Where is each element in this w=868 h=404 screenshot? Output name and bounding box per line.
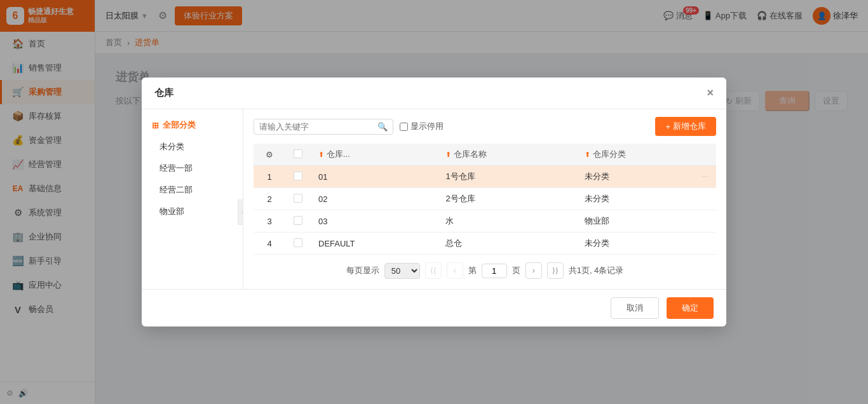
per-page-select[interactable]: 50 10 20 100 xyxy=(384,263,420,279)
first-page-btn[interactable]: ⟨⟨ xyxy=(425,262,442,279)
row-name: 1号仓库 xyxy=(438,166,577,188)
sort-icon-name: ⬆ xyxy=(445,151,451,159)
table-body: 1 01 1号仓库 未分类 ··· 2 02 2号仓库 xyxy=(254,166,716,255)
modal-overlay: 仓库 × ⊞ 全部分类 未分类 经营一部 经营二部 物业部 « xyxy=(0,0,868,404)
prev-page-btn[interactable]: ‹ xyxy=(447,262,463,279)
plus-icon: + xyxy=(665,122,670,131)
modal-footer: 取消 确定 xyxy=(142,289,726,327)
grid-icon: ⊞ xyxy=(152,121,159,130)
th-category-label: 仓库分类 xyxy=(593,149,626,160)
cancel-btn[interactable]: 取消 xyxy=(611,297,659,319)
gear-icon[interactable]: ⚙ xyxy=(266,150,273,159)
modal-category-sidebar: ⊞ 全部分类 未分类 经营一部 经营二部 物业部 « xyxy=(142,109,243,289)
sidebar-collapse-btn[interactable]: « xyxy=(238,199,243,225)
total-info: 共1页, 4条记录 xyxy=(569,265,624,276)
row-index: 2 xyxy=(254,188,285,210)
warehouse-modal: 仓库 × ⊞ 全部分类 未分类 经营一部 经营二部 物业部 « xyxy=(142,77,726,327)
table-row[interactable]: 4 DEFAULT 总仓 未分类 xyxy=(254,232,716,255)
table-row[interactable]: 1 01 1号仓库 未分类 ··· xyxy=(254,166,716,188)
th-code: ⬆ 仓库... xyxy=(311,144,438,166)
modal-title: 仓库 xyxy=(154,87,173,99)
row-index: 4 xyxy=(254,232,285,255)
add-warehouse-btn[interactable]: + 新增仓库 xyxy=(655,117,716,136)
show-disabled-checkbox[interactable]: 显示停用 xyxy=(400,121,444,132)
search-input[interactable] xyxy=(259,122,374,131)
page-label: 页 xyxy=(512,265,520,276)
row-name: 水 xyxy=(438,210,577,232)
th-checkbox xyxy=(285,144,311,166)
category-item-unclassified[interactable]: 未分类 xyxy=(142,136,243,158)
modal-close-btn[interactable]: × xyxy=(707,86,714,100)
row-checkbox[interactable] xyxy=(285,188,311,210)
search-icon: 🔍 xyxy=(377,122,388,131)
per-page-label: 每页显示 xyxy=(346,265,379,276)
row-name: 总仓 xyxy=(438,232,577,255)
modal-main-content: 🔍 显示停用 + 新增仓库 xyxy=(243,109,726,289)
row-code: 02 xyxy=(311,188,438,210)
search-box: 🔍 xyxy=(254,119,393,135)
page-number-input[interactable] xyxy=(482,264,507,278)
category-all-label: 全部分类 xyxy=(163,119,196,131)
warehouse-table: ⚙ ⬆ 仓库... xyxy=(254,144,716,255)
row-category: 未分类 xyxy=(577,188,716,210)
modal-header: 仓库 × xyxy=(142,77,726,109)
modal-toolbar: 🔍 显示停用 + 新增仓库 xyxy=(254,117,716,136)
add-btn-label: 新增仓库 xyxy=(673,121,706,132)
category-item-dept1[interactable]: 经营一部 xyxy=(142,158,243,179)
table-row[interactable]: 2 02 2号仓库 未分类 xyxy=(254,188,716,210)
category-all-header[interactable]: ⊞ 全部分类 xyxy=(142,114,243,136)
last-page-btn[interactable]: ⟩⟩ xyxy=(547,262,564,279)
row-category: 未分类 xyxy=(577,232,716,255)
th-code-label: 仓库... xyxy=(327,149,350,160)
category-item-dept2[interactable]: 经营二部 xyxy=(142,179,243,201)
row-checkbox[interactable] xyxy=(285,166,311,188)
show-disabled-input[interactable] xyxy=(400,123,408,131)
row-check-1[interactable] xyxy=(294,172,302,180)
sort-icon-cat: ⬆ xyxy=(585,151,590,159)
modal-body: ⊞ 全部分类 未分类 经营一部 经营二部 物业部 « 🔍 xyxy=(142,109,726,289)
sort-icon: ⬆ xyxy=(318,151,324,159)
row-code: DEFAULT xyxy=(311,232,438,255)
th-name-label: 仓库名称 xyxy=(454,149,487,160)
th-name: ⬆ 仓库名称 xyxy=(438,144,577,166)
row-checkbox[interactable] xyxy=(285,210,311,232)
row-check-2[interactable] xyxy=(294,194,302,203)
next-page-btn[interactable]: › xyxy=(526,262,542,279)
row-check-3[interactable] xyxy=(294,216,302,225)
pagination: 每页显示 50 10 20 100 ⟨⟨ ‹ 第 页 › ⟩⟩ 共1页, 4条记… xyxy=(254,255,716,281)
category-item-property[interactable]: 物业部 xyxy=(142,201,243,222)
row-code: 01 xyxy=(311,166,438,188)
row-category: 未分类 ··· xyxy=(577,166,716,188)
table-container: ⚙ ⬆ 仓库... xyxy=(254,144,716,255)
row-actions[interactable]: ··· xyxy=(702,171,709,180)
table-row[interactable]: 3 03 水 物业部 xyxy=(254,210,716,232)
row-checkbox[interactable] xyxy=(285,232,311,255)
row-category: 物业部 xyxy=(577,210,716,232)
table-header: ⚙ ⬆ 仓库... xyxy=(254,144,716,166)
row-name: 2号仓库 xyxy=(438,188,577,210)
th-category: ⬆ 仓库分类 xyxy=(577,144,716,166)
confirm-btn[interactable]: 确定 xyxy=(667,297,714,319)
row-code: 03 xyxy=(311,210,438,232)
select-all-checkbox[interactable] xyxy=(294,149,302,158)
show-disabled-label: 显示停用 xyxy=(410,121,444,132)
page-section-label: 第 xyxy=(468,265,477,276)
th-index: ⚙ xyxy=(254,144,285,166)
chevron-left-icon: « xyxy=(242,208,243,217)
row-index: 3 xyxy=(254,210,285,232)
row-index: 1 xyxy=(254,166,285,188)
row-check-4[interactable] xyxy=(294,238,302,247)
